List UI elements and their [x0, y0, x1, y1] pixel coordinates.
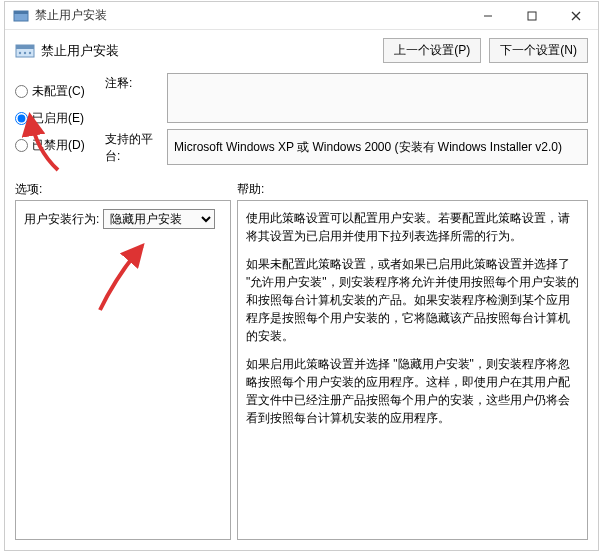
options-heading: 选项: [15, 181, 237, 198]
svg-point-8 [19, 51, 21, 53]
comment-label: 注释: [105, 73, 167, 123]
help-heading: 帮助: [237, 181, 264, 198]
help-text-3: 如果启用此策略设置并选择 "隐藏用户安装"，则安装程序将忽略按照每个用户安装的应… [246, 355, 579, 427]
radio-enabled-input[interactable] [15, 112, 28, 125]
close-button[interactable] [554, 2, 598, 30]
prev-setting-button[interactable]: 上一个设置(P) [383, 38, 481, 63]
radio-not-configured-label: 未配置(C) [32, 83, 85, 100]
platform-label: 支持的平台: [105, 129, 167, 165]
window-controls [466, 2, 598, 30]
svg-point-10 [29, 51, 31, 53]
svg-rect-3 [528, 12, 536, 20]
titlebar: 禁止用户安装 [5, 2, 598, 30]
help-text-2: 如果未配置此策略设置，或者如果已启用此策略设置并选择了 "允许用户安装"，则安装… [246, 255, 579, 345]
policy-title: 禁止用户安装 [41, 42, 383, 60]
config-section: 未配置(C) 已启用(E) 已禁用(D) 注释: 支持的平台: Microsof… [5, 71, 598, 177]
options-panel: 用户安装行为: 隐藏用户安装 [15, 200, 231, 540]
state-radios: 未配置(C) 已启用(E) 已禁用(D) [15, 73, 105, 171]
window-title: 禁止用户安装 [35, 7, 466, 24]
help-panel: 使用此策略设置可以配置用户安装。若要配置此策略设置，请将其设置为已启用并使用下拉… [237, 200, 588, 540]
radio-not-configured-input[interactable] [15, 85, 28, 98]
svg-rect-1 [14, 11, 28, 14]
policy-icon [15, 41, 35, 61]
policy-dialog: 禁止用户安装 禁止用户安装 上一个设置(P) 下一个设置(N) 未配置 [4, 1, 599, 551]
maximize-button[interactable] [510, 2, 554, 30]
platform-field: Microsoft Windows XP 或 Windows 2000 (安装有… [167, 129, 588, 165]
bottom-section: 用户安装行为: 隐藏用户安装 使用此策略设置可以配置用户安装。若要配置此策略设置… [5, 200, 598, 550]
radio-disabled-label: 已禁用(D) [32, 137, 85, 154]
svg-point-9 [24, 51, 26, 53]
behavior-label: 用户安装行为: [24, 211, 99, 228]
radio-disabled-input[interactable] [15, 139, 28, 152]
section-labels: 选项: 帮助: [5, 177, 598, 200]
behavior-select[interactable]: 隐藏用户安装 [103, 209, 215, 229]
radio-enabled[interactable]: 已启用(E) [15, 110, 105, 127]
header: 禁止用户安装 上一个设置(P) 下一个设置(N) [5, 30, 598, 71]
radio-enabled-label: 已启用(E) [32, 110, 84, 127]
app-icon [13, 8, 29, 24]
comment-field[interactable] [167, 73, 588, 123]
radio-disabled[interactable]: 已禁用(D) [15, 137, 105, 154]
radio-not-configured[interactable]: 未配置(C) [15, 83, 105, 100]
svg-rect-7 [16, 45, 34, 49]
minimize-button[interactable] [466, 2, 510, 30]
help-text-1: 使用此策略设置可以配置用户安装。若要配置此策略设置，请将其设置为已启用并使用下拉… [246, 209, 579, 245]
next-setting-button[interactable]: 下一个设置(N) [489, 38, 588, 63]
